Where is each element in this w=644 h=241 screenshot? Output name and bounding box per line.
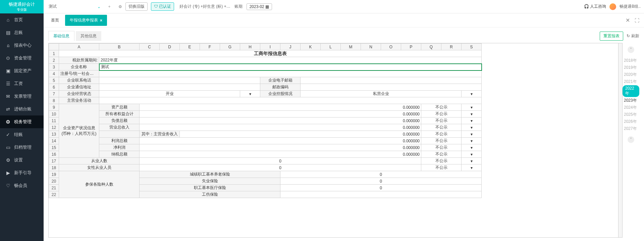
sidebar-item-7[interactable]: ⇄进销台账 xyxy=(0,103,44,115)
sidebar-item-1[interactable]: ▤总账 xyxy=(0,26,44,39)
add-icon[interactable]: ＋ xyxy=(105,3,113,11)
vertical-scrollbar[interactable] xyxy=(619,43,623,238)
cell-profit[interactable]: 0.000000 xyxy=(140,138,421,144)
cell-injury[interactable] xyxy=(280,191,482,198)
sidebar-item-12[interactable]: ▶新手引导 xyxy=(0,166,44,179)
col-header[interactable]: C xyxy=(140,44,160,50)
col-header[interactable]: I xyxy=(260,44,280,50)
dropdown-arrow[interactable]: ▾ xyxy=(462,104,482,111)
year-up-icon[interactable]: ˄ xyxy=(628,46,634,53)
year-item[interactable]: 2022年 xyxy=(623,85,639,97)
cell-employees[interactable]: 0 xyxy=(140,158,421,164)
cell-address[interactable] xyxy=(99,84,260,91)
dropdown-arrow[interactable]: ▾ xyxy=(240,91,260,97)
username[interactable]: 畅捷通B组.. xyxy=(620,4,641,9)
col-header[interactable]: N xyxy=(361,44,381,50)
period-selector[interactable]: 2023-02 ▦ xyxy=(247,3,272,10)
year-item[interactable]: 2021年 xyxy=(623,78,639,85)
visibility-select[interactable]: 不公示 xyxy=(421,164,462,171)
close-all-icon[interactable]: ✕ xyxy=(626,17,630,23)
cell-total-assets[interactable]: 0.000000 xyxy=(140,104,421,111)
sidebar-item-5[interactable]: ☰工资 xyxy=(0,77,44,90)
switch-old-button[interactable]: 切换旧版 xyxy=(125,2,148,11)
cell-equity[interactable]: 0.000000 xyxy=(140,111,421,117)
cell-net-profit[interactable]: 0.000000 xyxy=(140,144,421,151)
sidebar-item-4[interactable]: ▣固定资产 xyxy=(0,64,44,77)
col-header[interactable]: Q xyxy=(421,44,441,50)
col-header[interactable]: B xyxy=(99,44,140,50)
settings-icon[interactable]: ⚙ xyxy=(116,3,124,11)
visibility-select[interactable]: 不公示 xyxy=(421,138,462,144)
year-item[interactable]: 2024年 xyxy=(623,104,639,111)
sidebar-item-10[interactable]: ▭归档管理 xyxy=(0,141,44,154)
refresh-button[interactable]: ↻刷新 xyxy=(627,33,639,39)
cell-main-rev[interactable]: 0.000000 xyxy=(180,131,421,138)
dropdown-arrow[interactable]: ▾ xyxy=(462,164,482,171)
visibility-select[interactable]: 不公示 xyxy=(421,117,462,124)
dropdown-arrow[interactable]: ▾ xyxy=(462,124,482,131)
year-down-icon[interactable]: ˅ xyxy=(628,136,634,143)
cell-female-emp[interactable]: 0 xyxy=(140,164,421,171)
sidebar-item-6[interactable]: ✉发票管理 xyxy=(0,90,44,103)
cell-main-biz[interactable] xyxy=(99,97,482,104)
year-item[interactable]: 2023年 xyxy=(623,97,639,104)
dropdown-arrow[interactable]: ▾ xyxy=(462,111,482,117)
col-header[interactable]: G xyxy=(220,44,240,50)
cell-medical[interactable]: 0 xyxy=(280,185,482,191)
col-header[interactable]: L xyxy=(321,44,341,50)
support-link[interactable]: 🎧 人工咨询 xyxy=(584,4,606,9)
cell-biz-status[interactable]: 开业 xyxy=(99,91,240,97)
col-header[interactable]: P xyxy=(401,44,421,50)
dropdown-arrow[interactable]: ▾ xyxy=(462,151,482,158)
subtab-basic[interactable]: 基础信息 xyxy=(48,31,74,41)
col-header[interactable]: A xyxy=(59,44,99,50)
sidebar-item-9[interactable]: ✓结账 xyxy=(0,128,44,141)
sidebar-item-3[interactable]: ⊙资金管理 xyxy=(0,52,44,64)
sidebar-item-2[interactable]: ⩍报表中心 xyxy=(0,39,44,52)
company-selector[interactable]: 测试 ⌄ xyxy=(44,4,104,9)
year-item[interactable]: 2025年 xyxy=(623,111,639,118)
col-header[interactable]: J xyxy=(280,44,301,50)
cell-reg-code[interactable] xyxy=(99,70,482,77)
col-header[interactable]: H xyxy=(240,44,260,50)
year-item[interactable]: 2019年 xyxy=(623,64,639,71)
year-item[interactable]: 2018年 xyxy=(623,57,639,64)
sidebar-item-8[interactable]: ❂税务管理 xyxy=(0,115,44,128)
dropdown-arrow[interactable]: ▾ xyxy=(462,144,482,151)
visibility-select[interactable]: 不公示 xyxy=(421,131,462,138)
col-header[interactable]: D xyxy=(160,44,180,50)
visibility-select[interactable]: 不公示 xyxy=(421,144,462,151)
cell-unemployment[interactable]: 0 xyxy=(280,178,482,185)
col-header[interactable]: S xyxy=(462,44,482,50)
cell-pension[interactable]: 0 xyxy=(280,171,482,178)
dropdown-arrow[interactable]: ▾ xyxy=(462,131,482,138)
dropdown-arrow[interactable]: ▾ xyxy=(462,138,482,144)
col-header[interactable]: M xyxy=(341,44,361,50)
cell-phone[interactable] xyxy=(99,77,260,84)
sidebar-item-0[interactable]: ⌂首页 xyxy=(0,13,44,26)
dropdown-arrow[interactable]: ▾ xyxy=(462,117,482,124)
cell-tax[interactable]: 0.000000 xyxy=(140,151,421,158)
visibility-select[interactable]: 不公示 xyxy=(421,124,462,131)
visibility-select[interactable]: 不公示 xyxy=(421,158,462,164)
visibility-select[interactable]: 不公示 xyxy=(421,111,462,117)
sidebar-item-13[interactable]: ♡畅会员 xyxy=(0,179,44,192)
col-header[interactable]: R xyxy=(441,44,462,50)
dropdown-arrow[interactable]: ▾ xyxy=(462,91,482,97)
sidebar-item-11[interactable]: ⚙设置 xyxy=(0,154,44,166)
col-header[interactable]: E xyxy=(180,44,200,50)
cell-company-name[interactable]: 测试 xyxy=(99,64,482,70)
subtab-other[interactable]: 其他信息 xyxy=(76,31,101,41)
col-header[interactable]: O xyxy=(381,44,401,50)
col-header[interactable]: F xyxy=(200,44,220,50)
cell-email[interactable] xyxy=(301,77,482,84)
visibility-select[interactable]: 不公示 xyxy=(421,104,462,111)
col-header[interactable]: K xyxy=(301,44,321,50)
year-item[interactable]: 2026年 xyxy=(623,118,639,125)
cell-holding[interactable]: 私营企业 xyxy=(301,91,462,97)
cell-total-rev[interactable]: 0.000000 xyxy=(140,124,421,131)
visibility-select[interactable]: 不公示 xyxy=(421,151,462,158)
tab-close-icon[interactable]: × xyxy=(100,18,102,23)
cell-postal[interactable] xyxy=(301,84,482,91)
spreadsheet[interactable]: A B C D E F G H I J K L M xyxy=(48,43,619,238)
